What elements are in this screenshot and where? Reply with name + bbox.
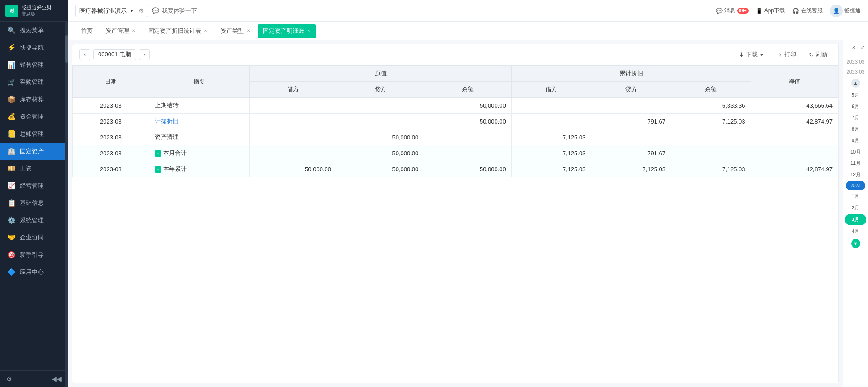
cell-orig-balance [424, 145, 511, 161]
summary-icon: ≡ [155, 166, 161, 173]
purchase-icon: 🛒 [7, 78, 15, 86]
tab-asset-mgmt[interactable]: 资产管理 ✕ [100, 24, 141, 38]
collapse-icon[interactable]: ◀◀ [52, 375, 62, 382]
cell-orig-credit [337, 98, 424, 114]
prev-asset-btn[interactable]: ‹ [79, 49, 90, 60]
tab-home[interactable]: 首页 [75, 24, 98, 38]
sidebar-item-sales[interactable]: 📊 销售管理 [0, 56, 68, 74]
settings-gear-icon[interactable]: ⚙ [139, 7, 144, 14]
sidebar-item-salary[interactable]: 💴 工资 [0, 160, 68, 177]
tab-close-asset-type[interactable]: ✕ [247, 28, 250, 33]
col-orig-credit: 贷方 [337, 82, 424, 98]
messages-badge: 99+ [737, 8, 749, 14]
tab-close-asset-detail[interactable]: ✕ [307, 28, 311, 33]
sidebar-item-system[interactable]: ⚙️ 系统管理 [0, 212, 68, 229]
timeline-month-2[interactable]: 2月 [843, 202, 868, 213]
table-wrapper: 日期 摘要 原值 累计折旧 净值 借方 贷方 余额 借方 贷方 余额 [72, 65, 838, 383]
sidebar: 财 畅捷通好业财 普及版 🔍 搜索菜单 ⚡ 快捷导航 📊 销售管理 🛒 采购管理… [0, 0, 68, 387]
fixed-assets-icon: 🏢 [7, 147, 15, 155]
cell-accum-debit [511, 98, 591, 114]
download-btn[interactable]: ⬇ 下载 ▼ [735, 49, 768, 60]
online-service-action[interactable]: 🎧 在线客服 [792, 7, 823, 15]
sidebar-item-guide[interactable]: 🎯 新手引导 [0, 246, 68, 263]
sidebar-item-inventory[interactable]: 📦 库存核算 [0, 91, 68, 108]
experience-btn[interactable]: 💬 我要体验一下 [152, 7, 197, 15]
tab-close-asset-mgmt[interactable]: ✕ [132, 28, 135, 33]
cell-summary: 上期结转 [149, 98, 249, 114]
close-panel-btn[interactable]: ✕ [850, 44, 857, 51]
col-accumulated: 累计折旧 [511, 66, 751, 82]
timeline-up-btn[interactable]: ▲ [851, 79, 860, 88]
cell-accum-credit: 7,125.03 [591, 161, 671, 177]
app-logo: 财 [5, 5, 18, 17]
table-row: 2023-03 ≡本月合计 50,000.00 7,125.03 791.67 [73, 145, 838, 161]
cell-date: 2023-03 [73, 129, 149, 145]
sidebar-item-quick-nav[interactable]: ⚡ 快捷导航 [0, 39, 68, 56]
timeline-month-5[interactable]: 5月 [843, 89, 868, 101]
cell-accum-balance [671, 145, 751, 161]
sidebar-item-cooperation[interactable]: 🤝 企业协同 [0, 229, 68, 246]
timeline-month-1[interactable]: 1月 [843, 191, 868, 202]
guide-icon: 🎯 [7, 251, 15, 259]
cell-summary[interactable]: 计提折旧 [149, 114, 249, 129]
avatar: 👤 [830, 5, 843, 17]
tab-asset-type[interactable]: 资产类型 ✕ [215, 24, 256, 38]
download-icon: 📱 [756, 8, 763, 14]
timeline-month-6[interactable]: 6月 [843, 101, 868, 112]
tab-close-depreciation[interactable]: ✕ [204, 28, 208, 33]
timeline-month-8[interactable]: 8月 [843, 124, 868, 135]
refresh-btn[interactable]: ↻ 刷新 [805, 49, 831, 60]
capital-icon: 💰 [7, 113, 15, 121]
table-row: 2023-03 计提折旧 50,000.00 791.67 7,125.03 4… [73, 114, 838, 129]
print-icon: 🖨 [777, 51, 783, 58]
timeline-month-12[interactable]: 12月 [843, 169, 868, 180]
col-accum-balance: 余额 [671, 82, 751, 98]
company-selector[interactable]: 医疗器械行业演示 ▼ ⚙ [75, 5, 148, 17]
print-btn[interactable]: 🖨 打印 [773, 49, 800, 60]
basic-info-icon: 📋 [7, 199, 15, 207]
tab-depreciation-stats[interactable]: 固定资产折旧统计表 ✕ [143, 24, 213, 38]
timeline-month-7[interactable]: 7月 [843, 112, 868, 124]
col-net-value: 净值 [751, 66, 838, 98]
message-icon: 💬 [716, 8, 723, 14]
search-icon: 🔍 [7, 26, 15, 35]
timeline-year-2023[interactable]: 2023 [846, 181, 865, 190]
cell-orig-debit [249, 114, 337, 129]
asset-detail-table: 日期 摘要 原值 累计折旧 净值 借方 贷方 余额 借方 贷方 余额 [72, 65, 838, 177]
sidebar-item-basic-info[interactable]: 📋 基础信息 [0, 194, 68, 212]
cell-summary: ≡本月合计 [149, 145, 249, 161]
user-action[interactable]: 👤 畅捷通 [830, 5, 861, 17]
timeline-month-9[interactable]: 9月 [843, 135, 868, 146]
cell-accum-credit [591, 98, 671, 114]
sidebar-item-app-center[interactable]: 🔷 应用中心 [0, 263, 68, 281]
next-asset-btn[interactable]: › [139, 49, 150, 60]
sidebar-label-operations: 经营管理 [20, 182, 44, 190]
tab-asset-detail[interactable]: 固定资产明细账 ✕ [258, 24, 316, 38]
sidebar-item-ledger[interactable]: 📒 总账管理 [0, 125, 68, 143]
cell-accum-balance: 7,125.03 [671, 161, 751, 177]
messages-action[interactable]: 💬 消息 99+ [716, 7, 749, 15]
cell-net-value: 42,874.97 [751, 114, 838, 129]
timeline-down-btn[interactable]: ▼ [851, 239, 860, 248]
app-download-action[interactable]: 📱 App下载 [756, 7, 785, 15]
cell-date: 2023-03 [73, 98, 149, 114]
timeline-month-4[interactable]: 4月 [843, 226, 868, 237]
cell-orig-debit [249, 98, 337, 114]
sidebar-item-capital[interactable]: 💰 资金管理 [0, 108, 68, 125]
salary-icon: 💴 [7, 164, 15, 173]
cell-accum-debit [511, 114, 591, 129]
expand-panel-btn[interactable]: ⤢ [859, 44, 866, 51]
settings-icon[interactable]: ⚙ [6, 375, 12, 382]
timeline-year-top2: 2023.03 [843, 67, 868, 77]
sidebar-item-fixed-assets[interactable]: 🏢 固定资产 [0, 143, 68, 160]
cell-summary: ≡本年累计 [149, 161, 249, 177]
timeline-month-3[interactable]: 3月 [845, 214, 866, 225]
sidebar-item-search[interactable]: 🔍 搜索菜单 [0, 22, 68, 39]
sidebar-item-operations[interactable]: 📈 经营管理 [0, 177, 68, 194]
timeline-month-11[interactable]: 11月 [843, 158, 868, 169]
cell-accum-credit: 791.67 [591, 114, 671, 129]
sidebar-item-purchase[interactable]: 🛒 采购管理 [0, 74, 68, 91]
cell-summary: 资产清理 [149, 129, 249, 145]
nav-arrows: ‹ 000001 电脑 › [79, 49, 150, 60]
timeline-month-10[interactable]: 10月 [843, 146, 868, 158]
